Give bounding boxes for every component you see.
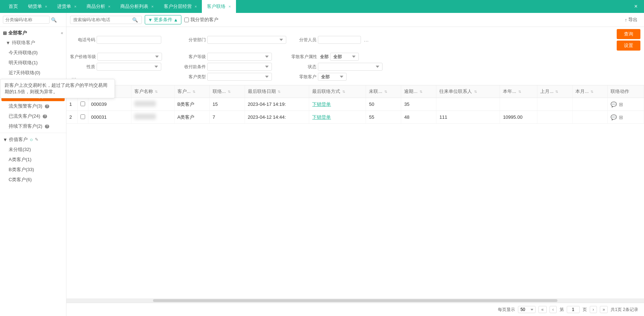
set-button[interactable]: 设置 (617, 41, 640, 51)
value-customer-circle-icon: ○ (30, 137, 33, 142)
manager-ellipsis-icon[interactable]: ... (362, 37, 370, 43)
th-current-month[interactable]: 本月... ⇅ (573, 85, 608, 98)
th-name[interactable]: 客户名称 ⇅ (131, 85, 174, 98)
main-layout: 🔍 ⊞ 全部客户 « ▼ 待联络客户 今天待联络(0) 明天待联络(1) 近7天… (0, 13, 644, 316)
th-contact-count[interactable]: 联络... ⇅ (209, 85, 245, 98)
chat-icon-1[interactable]: 💬 (611, 102, 617, 107)
sidebar: 🔍 ⊞ 全部客户 « ▼ 待联络客户 今天待联络(0) 明天待联络(1) 近7天… (0, 13, 66, 316)
td-last-contact-method-1[interactable]: 下销货单 (309, 98, 366, 111)
sort-unit-icon: ⇅ (474, 90, 477, 94)
th-last-month[interactable]: 上月... ⇅ (537, 85, 573, 98)
sidebar-item-lost-warning[interactable]: 流失预警客户(3) ? (0, 101, 66, 111)
close-product-list-icon[interactable]: × (151, 4, 153, 9)
sidebar-search-input[interactable] (3, 16, 50, 24)
last-page-button[interactable]: » (600, 306, 608, 313)
dept-select[interactable] (207, 36, 286, 44)
th-customer-type[interactable]: 客户... ⇅ (174, 85, 209, 98)
th-current-year[interactable]: 本年... ⇅ (500, 85, 537, 98)
td-row-index-2: 2 (66, 111, 77, 124)
td-checkbox-2[interactable] (77, 111, 88, 124)
nav-tab-customer-contact[interactable]: 客户联络 × (202, 0, 236, 13)
filter-search-box[interactable]: 🔍 (70, 16, 142, 24)
customer-level-select[interactable] (207, 53, 272, 61)
sidebar-group-pending[interactable]: ▼ 待联络客户 (0, 38, 66, 48)
per-page-select[interactable]: 50 10 20 100 (518, 306, 536, 313)
window-close-button[interactable]: × (631, 3, 640, 10)
more-conditions-button[interactable]: ▼ 更多条件 ▲ (145, 15, 181, 24)
lost-warning-help-icon[interactable]: ? (45, 104, 49, 108)
export-button[interactable]: ↑ 导出 (622, 15, 641, 24)
sort-last-date-icon: ⇅ (278, 90, 281, 94)
nav-tab-purchase[interactable]: 进货单 × (52, 0, 81, 13)
sidebar-group-value[interactable]: ▼ 价值客户 ○ ✎ (0, 135, 66, 145)
phone-input[interactable] (97, 36, 161, 44)
th-last-contact-date[interactable]: 最后联络日期 ⇅ (245, 85, 309, 98)
sidebar-item-ungrouped[interactable]: 未分组(32) (0, 145, 66, 155)
table-row: 2 000031 A类客户 7 2023-04-12 14:44: 下销货单 5… (66, 111, 644, 124)
filter-search-icon[interactable]: 🔍 (132, 17, 138, 23)
row-checkbox-1[interactable] (80, 102, 85, 106)
row-checkbox-2[interactable] (80, 114, 85, 119)
nav-tab-product-analysis[interactable]: 商品分析 × (82, 0, 115, 13)
action-icons-2: 💬 ⊞ (611, 114, 641, 120)
query-button[interactable]: 查询 (617, 29, 640, 39)
page-label: 第 (560, 307, 564, 313)
th-overdue[interactable]: 逾期... ⇅ (401, 85, 436, 98)
td-last-contact-date-1: 2023-04-17 14:19: (245, 98, 309, 111)
sidebar-item-class-b[interactable]: B类客户(33) (0, 165, 66, 175)
my-customers-checkbox-label[interactable]: 我分管的客户 (184, 16, 218, 23)
sidebar-item-class-c[interactable]: C类客户(6) (0, 175, 66, 185)
customer-type-select[interactable] (207, 73, 272, 81)
th-last-contact-method[interactable]: 最后联络方式 ⇅ (309, 85, 366, 98)
th-unit-contact[interactable]: 往来单位联系人 ⇅ (436, 85, 500, 98)
close-customer-contact-icon[interactable]: × (228, 4, 231, 9)
td-checkbox-1[interactable] (77, 98, 88, 111)
qr-icon-2[interactable]: ⊞ (619, 114, 623, 120)
gender-select[interactable] (97, 63, 161, 71)
retail-customer-select[interactable]: 全部 (318, 73, 347, 81)
nav-tab-product-list[interactable]: 商品分析列表 × (115, 0, 158, 13)
all-customers-header[interactable]: ⊞ 全部客户 « (0, 27, 66, 38)
prev-page-button[interactable]: ‹ (550, 306, 557, 313)
status-select[interactable] (318, 63, 383, 71)
table-horizontal-scrollbar[interactable] (66, 298, 644, 303)
qr-icon-1[interactable]: ⊞ (619, 102, 623, 107)
price-level-select[interactable] (97, 53, 162, 61)
sidebar-item-declining[interactable]: 持续下滑客户(2) ? (0, 121, 66, 131)
manager-input[interactable] (318, 36, 361, 44)
customer-name-blurred-2 (134, 114, 156, 119)
sidebar-item-already-lost[interactable]: 已流失客户(24) ? (0, 111, 66, 121)
close-product-analysis-icon[interactable]: × (108, 4, 110, 9)
close-sales-icon[interactable]: × (45, 4, 47, 9)
td-customer-type-1: B类客户 (174, 98, 209, 111)
sidebar-item-class-a[interactable]: A类客户(1) (0, 155, 66, 165)
nav-tab-home[interactable]: 首页 (4, 0, 23, 13)
sort-contact-icon: ⇅ (228, 90, 231, 94)
sidebar-collapse-icon[interactable]: « (61, 30, 63, 36)
sidebar-item-7day-pending[interactable]: 近7天待联络(0) (0, 68, 66, 78)
nav-tab-customer-tier[interactable]: 客户分层经营 × (159, 0, 202, 13)
td-last-contact-method-2[interactable]: 下销货单 (309, 111, 366, 124)
already-lost-help-icon[interactable]: ? (43, 114, 47, 118)
sidebar-search-icon[interactable]: 🔍 (51, 17, 57, 23)
filter-search-input[interactable] (73, 17, 131, 22)
close-purchase-icon[interactable]: × (74, 4, 76, 9)
sidebar-item-today-pending[interactable]: 今天待联络(0) (0, 48, 66, 58)
declining-help-icon[interactable]: ? (45, 124, 49, 128)
page-number-input[interactable] (567, 306, 580, 313)
contact-method-link-2[interactable]: 下销货单 (312, 114, 331, 120)
my-customers-checkbox[interactable] (184, 18, 189, 22)
nav-tab-sales[interactable]: 销货单 × (23, 0, 52, 13)
th-unlocked[interactable]: 未联... ⇅ (366, 85, 401, 98)
chat-icon-2[interactable]: 💬 (611, 114, 617, 120)
first-page-button[interactable]: « (538, 306, 547, 313)
filter-row-2: 客户价格等级 客户等级 零散客户属性 全部 全部 (70, 53, 640, 61)
sidebar-item-tomorrow-pending[interactable]: 明天待联络(1) (0, 58, 66, 68)
next-page-button[interactable]: › (590, 306, 597, 313)
payment-select[interactable] (207, 63, 272, 71)
contact-method-link-1[interactable]: 下销货单 (312, 102, 331, 107)
value-customer-edit-icon[interactable]: ✎ (35, 137, 38, 142)
td-unlocked-1: 50 (366, 98, 401, 111)
close-customer-tier-icon[interactable]: × (195, 4, 197, 9)
retail-attr-select[interactable]: 全部 (330, 53, 359, 61)
